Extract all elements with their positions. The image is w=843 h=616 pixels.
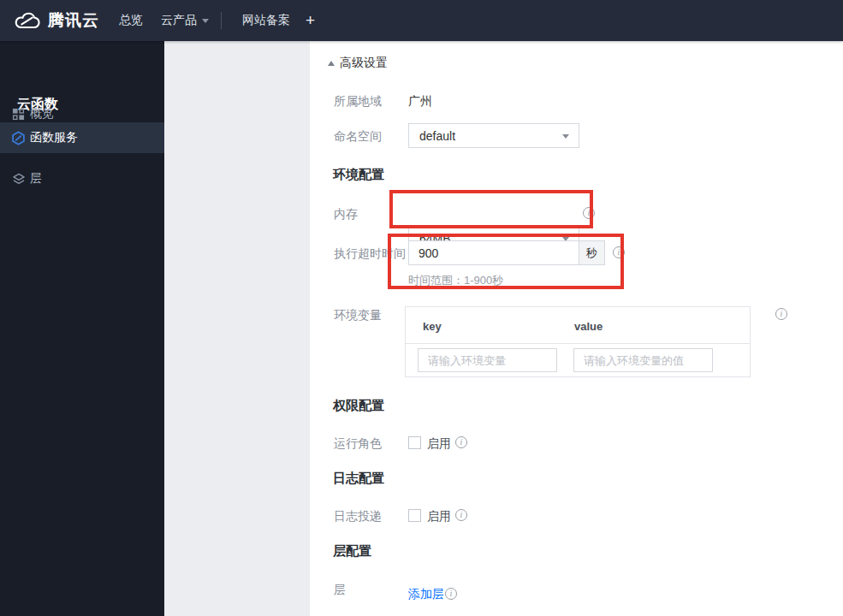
hexagon-function-icon xyxy=(11,131,26,145)
namespace-select[interactable]: default xyxy=(408,123,579,148)
brand-name: 腾讯云 xyxy=(48,9,99,32)
layer-config-section-title: 层配置 xyxy=(333,543,371,560)
log-delivery-info-icon[interactable] xyxy=(455,509,467,521)
sidebar: 云函数 概览 函数服务 xyxy=(0,41,164,616)
nav-divider xyxy=(221,12,222,29)
add-layer-link[interactable]: 添加层 xyxy=(408,587,444,602)
collapsed-secondary-panel xyxy=(164,41,310,616)
chevron-down-icon xyxy=(562,134,569,139)
sidebar-item-layers[interactable]: 层 xyxy=(0,163,164,194)
region-label: 所属地域 xyxy=(334,94,382,110)
run-role-checkbox-label: 启用 xyxy=(427,436,451,452)
timeout-input[interactable] xyxy=(408,240,579,265)
timeout-info-icon[interactable] xyxy=(613,246,625,258)
nav-item-overview[interactable]: 总览 xyxy=(119,0,143,41)
env-vars-info-icon[interactable] xyxy=(775,308,787,320)
namespace-selected-value: default xyxy=(419,129,455,143)
nav-item-label: 总览 xyxy=(119,13,143,28)
layer-label: 层 xyxy=(334,583,346,598)
memory-info-icon[interactable] xyxy=(583,207,595,219)
nav-item-icp-filing[interactable]: 网站备案 xyxy=(242,0,290,41)
env-value-input[interactable] xyxy=(573,348,713,372)
log-delivery-checkbox[interactable] xyxy=(408,509,421,522)
log-config-section-title: 日志配置 xyxy=(333,471,384,487)
env-value-header: value xyxy=(574,320,603,333)
nav-item-cloud-products[interactable]: 云产品 xyxy=(161,0,209,41)
add-nav-shortcut-button[interactable]: + xyxy=(306,0,315,41)
sidebar-item-label: 概览 xyxy=(30,106,54,121)
env-vars-table: key value xyxy=(405,306,751,377)
timeout-range-hint: 时间范围：1-900秒 xyxy=(408,273,503,288)
env-vars-label: 环境变量 xyxy=(334,308,382,323)
nav-item-label: 云产品 xyxy=(161,13,197,28)
sidebar-item-function-service[interactable]: 函数服务 xyxy=(0,122,164,153)
namespace-label: 命名空间 xyxy=(334,129,382,145)
cloud-logo-icon xyxy=(14,11,41,31)
add-layer-info-icon[interactable] xyxy=(445,588,457,600)
run-role-checkbox[interactable] xyxy=(408,436,421,449)
memory-label: 内存 xyxy=(334,207,358,222)
log-delivery-checkbox-label: 启用 xyxy=(427,509,451,524)
sidebar-item-label: 函数服务 xyxy=(30,130,78,145)
env-key-header: key xyxy=(423,320,442,333)
tencent-cloud-logo[interactable]: 腾讯云 xyxy=(14,0,99,41)
chevron-down-icon xyxy=(202,19,209,23)
advanced-settings-label: 高级设置 xyxy=(340,56,388,71)
run-role-info-icon[interactable] xyxy=(455,436,467,448)
env-config-section-title: 环境配置 xyxy=(333,167,384,183)
sidebar-item-label: 层 xyxy=(30,171,42,187)
log-delivery-label: 日志投递 xyxy=(334,509,382,524)
env-key-input[interactable] xyxy=(418,348,557,372)
grid-icon xyxy=(11,107,26,121)
run-role-label: 运行角色 xyxy=(334,436,382,452)
triangle-up-icon xyxy=(328,61,335,66)
timeout-unit: 秒 xyxy=(579,240,605,265)
nav-item-label: 网站备案 xyxy=(242,13,290,28)
function-config-form: 高级设置 所属地域 广州 命名空间 default 环境配置 内存 64MB 执… xyxy=(310,41,843,616)
advanced-settings-toggle[interactable]: 高级设置 xyxy=(328,56,388,71)
table-divider xyxy=(406,343,750,344)
perm-config-section-title: 权限配置 xyxy=(333,398,384,414)
region-value: 广州 xyxy=(408,94,432,110)
tencent-cloud-console-page: 腾讯云 总览 云产品 网站备案 + 云函数 概览 xyxy=(0,0,843,616)
timeout-label: 执行超时时间 xyxy=(334,246,406,262)
layers-icon xyxy=(11,172,26,187)
top-navbar: 腾讯云 总览 云产品 网站备案 + xyxy=(0,0,843,41)
